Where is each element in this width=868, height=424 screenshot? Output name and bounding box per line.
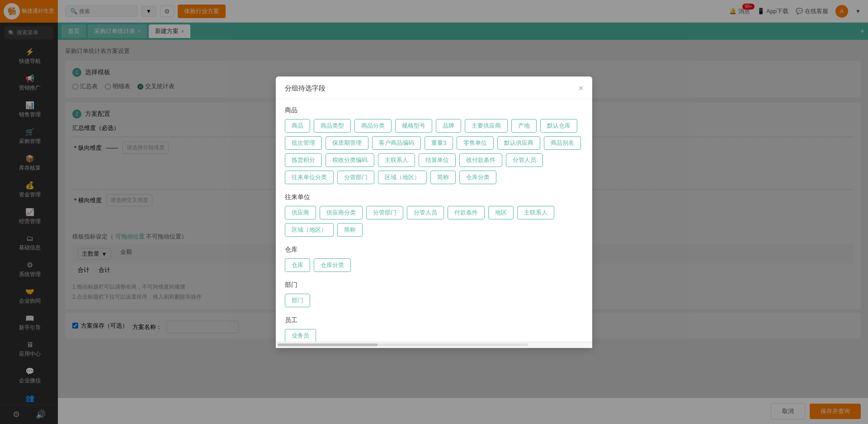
field-tag-tax-code[interactable]: 税收分类编码 (326, 153, 374, 167)
field-tag-region2[interactable]: 区域（地区） (285, 223, 334, 237)
field-tag-abbr[interactable]: 简称 (430, 171, 456, 184)
field-tag-main-contact[interactable]: 主联系人 (378, 153, 415, 167)
field-group-employee-title: 员工 (285, 316, 583, 324)
field-tag-payment-terms[interactable]: 收付款条件 (459, 153, 502, 167)
field-tag-sales-rep[interactable]: 业务员 (285, 329, 316, 342)
field-tag-main-supplier[interactable]: 主要供应商 (465, 119, 508, 133)
field-select-modal: 分组待选字段 × 商品 商品 商品类型 商品分类 规格型号 品牌 主要供应商 产… (276, 76, 592, 348)
field-group-employee: 员工 业务员 (285, 316, 583, 342)
field-tag-area[interactable]: 地区 (488, 206, 514, 219)
field-tag-supplier[interactable]: 供应商 (285, 206, 316, 219)
field-group-goods: 商品 商品 商品类型 商品分类 规格型号 品牌 主要供应商 产地 默认仓库 批次… (285, 106, 583, 184)
field-tag-managed-dept[interactable]: 分管部门 (366, 206, 403, 219)
modal-body[interactable]: 商品 商品 商品类型 商品分类 规格型号 品牌 主要供应商 产地 默认仓库 批次… (276, 99, 592, 342)
field-tag-supplier-category[interactable]: 供应商分类 (320, 206, 363, 219)
field-tag-department[interactable]: 部门 (285, 294, 310, 307)
modal-hscrollbar[interactable] (276, 342, 592, 348)
field-tag-origin[interactable]: 产地 (511, 119, 537, 133)
field-tag-main-contact2[interactable]: 主联系人 (517, 206, 554, 219)
field-group-department: 部门 部门 (285, 281, 583, 307)
modal-title: 分组待选字段 (285, 84, 326, 93)
field-group-goods-title: 商品 (285, 106, 583, 114)
field-tag-batch-mgmt[interactable]: 批次管理 (285, 136, 322, 150)
field-tag-dept[interactable]: 分管部门 (337, 171, 374, 184)
field-tag-abbr2[interactable]: 简称 (337, 223, 363, 237)
field-list-warehouse: 仓库 仓库分类 (285, 258, 583, 272)
field-list-employee: 业务员 (285, 329, 583, 342)
field-tag-payment-condition[interactable]: 付款条件 (448, 206, 485, 219)
modal-close-button[interactable]: × (578, 84, 583, 93)
field-tag-goods-category[interactable]: 商品分类 (354, 119, 392, 133)
field-group-warehouse: 仓库 仓库 仓库分类 (285, 246, 583, 272)
field-tag-pick-points[interactable]: 拣货积分 (285, 153, 322, 167)
field-tag-goods-alias[interactable]: 商品别名 (544, 136, 581, 150)
field-list-counterpart: 供应商 供应商分类 分管部门 分管人员 付款条件 地区 主联系人 区域（地区） … (285, 206, 583, 237)
field-tag-retail-unit[interactable]: 零售单位 (457, 136, 494, 150)
field-tag-warehouse-category[interactable]: 仓库分类 (314, 258, 351, 272)
field-tag-managed-person[interactable]: 分管人员 (407, 206, 444, 219)
field-group-department-title: 部门 (285, 281, 583, 289)
field-tag-settlement-unit[interactable]: 结算单位 (419, 153, 456, 167)
field-tag-goods[interactable]: 商品 (285, 119, 310, 133)
field-tag-goods-type[interactable]: 商品类型 (314, 119, 351, 133)
field-tag-default-supplier[interactable]: 默认供应商 (497, 136, 540, 150)
field-tag-manager[interactable]: 分管人员 (506, 153, 543, 167)
field-tag-region[interactable]: 区域（地区） (378, 171, 427, 184)
field-list-department: 部门 (285, 294, 583, 307)
field-tag-warehouse-cat[interactable]: 仓库分类 (459, 171, 496, 184)
field-tag-weight3[interactable]: 重量3 (425, 136, 453, 150)
modal-overlay[interactable]: 分组待选字段 × 商品 商品 商品类型 商品分类 规格型号 品牌 主要供应商 产… (0, 0, 868, 424)
field-group-counterpart: 往来单位 供应商 供应商分类 分管部门 分管人员 付款条件 地区 主联系人 区域… (285, 193, 583, 237)
field-tag-default-warehouse[interactable]: 默认仓库 (540, 119, 577, 133)
field-tag-brand[interactable]: 品牌 (436, 119, 461, 133)
field-tag-shelf-life[interactable]: 保质期管理 (326, 136, 368, 150)
field-group-warehouse-title: 仓库 (285, 246, 583, 254)
field-tag-spec-model[interactable]: 规格型号 (395, 119, 432, 133)
field-group-counterpart-title: 往来单位 (285, 193, 583, 201)
field-tag-customer-code[interactable]: 客户商品编码 (372, 136, 421, 150)
field-tag-counterpart-category[interactable]: 往来单位分类 (285, 171, 334, 184)
modal-header: 分组待选字段 × (276, 76, 592, 99)
field-list-goods: 商品 商品类型 商品分类 规格型号 品牌 主要供应商 产地 默认仓库 批次管理 … (285, 119, 583, 184)
field-tag-warehouse[interactable]: 仓库 (285, 258, 310, 272)
